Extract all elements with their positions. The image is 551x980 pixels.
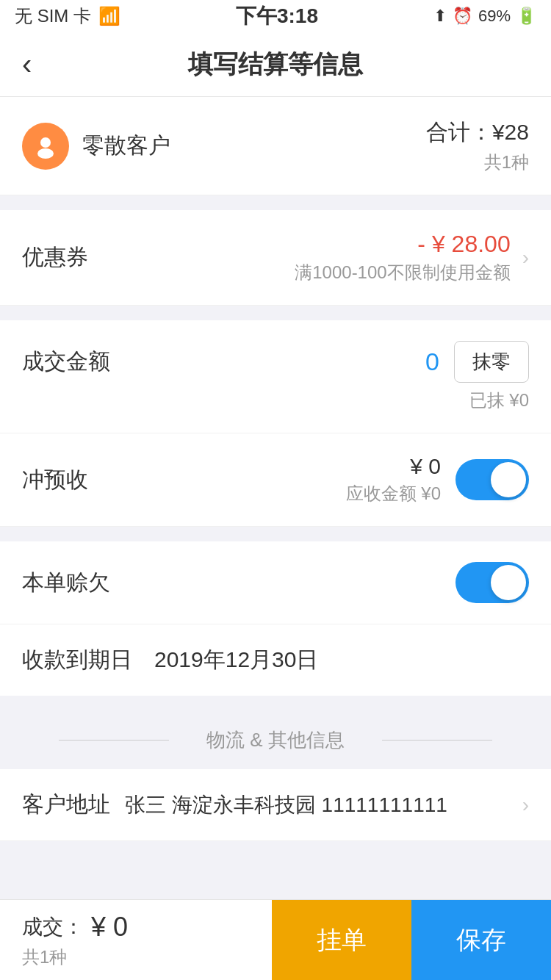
address-label: 客户地址 — [22, 790, 110, 820]
status-bar: 无 SIM 卡 📶 下午3:18 ⬆ ⏰ 69% 🔋 — [0, 0, 551, 32]
deal-amount-row: 成交金额 0 抹零 已抹 ¥0 — [0, 320, 551, 433]
due-date-row: 收款到期日 2019年12月30日 — [0, 624, 551, 696]
footer-deal-row: 成交： ¥ 0 — [22, 912, 250, 943]
divider-4 — [0, 696, 551, 710]
alarm-icon: ⏰ — [453, 7, 472, 26]
pre-receive-right: ¥ 0 应收金额 ¥0 — [346, 454, 529, 505]
coupon-description: 满1000-100不限制使用金额 — [295, 261, 510, 284]
total-count: 共1种 — [426, 151, 529, 174]
toggle-knob — [491, 462, 526, 497]
customer-right: 合计：¥28 共1种 — [426, 118, 529, 174]
deal-amount-sub: 已抹 ¥0 — [22, 389, 529, 412]
divider-3 — [0, 527, 551, 541]
footer: 成交： ¥ 0 共1种 挂单 保存 — [0, 899, 551, 980]
footer-deal-label: 成交： — [22, 913, 84, 941]
coupon-discount: - ¥ 28.00 — [295, 231, 510, 258]
credit-label: 本单赊欠 — [22, 568, 110, 598]
pre-receive-amount: ¥ 0 — [346, 454, 441, 479]
deal-amount-right: 0 抹零 — [425, 341, 529, 383]
status-right: ⬆ ⏰ 69% 🔋 — [433, 7, 536, 26]
coupon-right: - ¥ 28.00 满1000-100不限制使用金额 › — [110, 231, 529, 284]
customer-left: 零散客户 — [22, 123, 170, 170]
pre-receive-row: 冲预收 ¥ 0 应收金额 ¥0 — [0, 433, 551, 527]
customer-row: 零散客户 合计：¥28 共1种 — [0, 97, 551, 195]
credit-row: 本单赊欠 — [0, 541, 551, 624]
pre-receive-values: ¥ 0 应收金额 ¥0 — [346, 454, 441, 505]
pre-receive-sub: 应收金额 ¥0 — [346, 482, 441, 505]
deal-amount-value: 0 — [425, 347, 439, 376]
svg-point-1 — [37, 148, 54, 159]
status-left: 无 SIM 卡 📶 — [15, 4, 120, 28]
due-date-value: 2019年12月30日 — [154, 645, 318, 675]
address-chevron-icon: › — [522, 793, 529, 817]
content-area: 零散客户 合计：¥28 共1种 优惠券 - ¥ 28.00 满1000-100不… — [0, 97, 551, 980]
carrier-label: 无 SIM 卡 — [15, 4, 91, 28]
save-button[interactable]: 保存 — [411, 900, 551, 981]
due-date-label: 收款到期日 — [22, 645, 132, 675]
section-divider-label: 物流 & 其他信息 — [206, 727, 345, 753]
section-divider-logistics: 物流 & 其他信息 — [0, 710, 551, 769]
nav-bar: ‹ 填写结算等信息 — [0, 32, 551, 97]
location-icon: ⬆ — [433, 7, 447, 26]
back-button[interactable]: ‹ — [22, 48, 32, 81]
pre-receive-label: 冲预收 — [22, 465, 88, 495]
footer-count: 共1种 — [22, 945, 250, 969]
deal-amount-label: 成交金额 — [22, 347, 110, 377]
footer-deal-amount: ¥ 0 — [91, 912, 128, 943]
credit-toggle[interactable] — [455, 562, 529, 603]
battery-icon: 🔋 — [516, 7, 536, 26]
coupon-label: 优惠券 — [22, 242, 110, 273]
address-row[interactable]: 客户地址 张三 海淀永丰科技园 11111111111 › — [0, 769, 551, 841]
address-value: 张三 海淀永丰科技园 11111111111 — [125, 791, 508, 819]
customer-avatar — [22, 123, 69, 170]
divider-2 — [0, 306, 551, 320]
customer-name: 零散客户 — [82, 131, 170, 161]
page-title: 填写结算等信息 — [188, 48, 363, 82]
time-label: 下午3:18 — [236, 2, 318, 30]
pre-receive-toggle[interactable] — [455, 459, 529, 500]
deal-amount-top: 成交金额 0 抹零 — [22, 341, 529, 383]
credit-toggle-knob — [491, 565, 526, 600]
pending-button[interactable]: 挂单 — [272, 900, 411, 981]
wifi-icon: 📶 — [98, 6, 120, 26]
round-off-button[interactable]: 抹零 — [454, 341, 529, 383]
total-amount: 合计：¥28 — [426, 118, 529, 148]
divider-1 — [0, 195, 551, 210]
svg-point-0 — [40, 137, 51, 148]
battery-label: 69% — [478, 7, 511, 26]
coupon-chevron-icon: › — [522, 246, 529, 270]
footer-info: 成交： ¥ 0 共1种 — [0, 912, 272, 969]
coupon-row[interactable]: 优惠券 - ¥ 28.00 满1000-100不限制使用金额 › — [0, 210, 551, 306]
